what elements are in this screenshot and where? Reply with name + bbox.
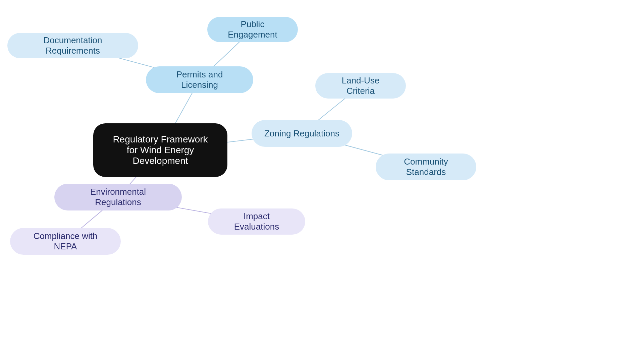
impact-evals-node[interactable]: Impact Evaluations [208, 208, 305, 235]
documentation-reqs-label: Documentation Requirements [19, 35, 126, 56]
center-label: Regulatory Framework for Wind Energy Dev… [107, 134, 214, 166]
center-node[interactable]: Regulatory Framework for Wind Energy Dev… [93, 123, 227, 177]
impact-evals-label: Impact Evaluations [220, 211, 293, 232]
compliance-nepa-node[interactable]: Compliance with NEPA [10, 228, 121, 255]
community-standards-label: Community Standards [388, 157, 464, 177]
permits-label: Permits and Licensing [158, 69, 241, 90]
environmental-regs-node[interactable]: Environmental Regulations [54, 184, 182, 210]
documentation-reqs-node[interactable]: Documentation Requirements [7, 33, 138, 58]
community-standards-node[interactable]: Community Standards [376, 154, 476, 180]
zoning-regs-label: Zoning Regulations [264, 128, 339, 139]
land-use-criteria-label: Land-Use Criteria [327, 75, 394, 96]
zoning-regs-node[interactable]: Zoning Regulations [252, 120, 352, 147]
land-use-criteria-node[interactable]: Land-Use Criteria [315, 73, 406, 99]
environmental-regs-label: Environmental Regulations [66, 187, 170, 207]
public-engagement-label: Public Engagement [219, 19, 286, 40]
compliance-nepa-label: Compliance with NEPA [22, 231, 109, 252]
permits-node[interactable]: Permits and Licensing [146, 66, 253, 93]
public-engagement-node[interactable]: Public Engagement [207, 17, 298, 42]
